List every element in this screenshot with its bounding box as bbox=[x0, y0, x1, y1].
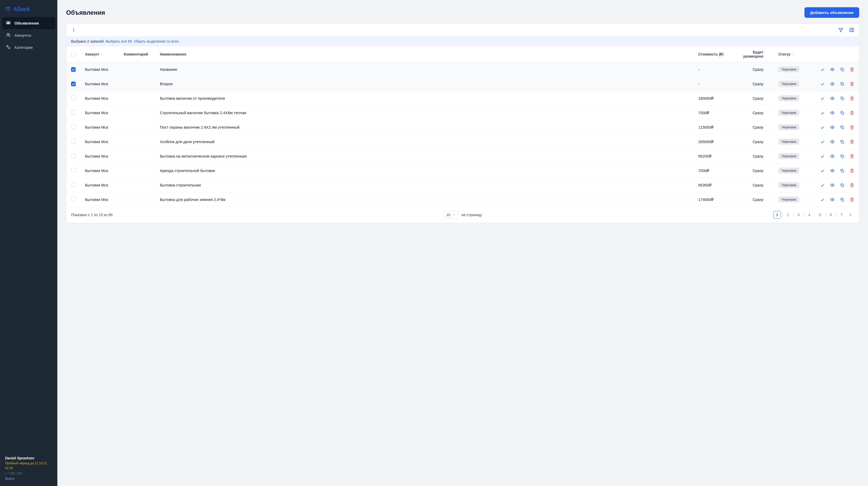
page-size-select[interactable]: 10 bbox=[443, 211, 459, 219]
row-checkbox[interactable] bbox=[71, 96, 76, 100]
header-name[interactable]: Наименование bbox=[155, 46, 693, 62]
copy-button[interactable] bbox=[840, 96, 844, 101]
view-button[interactable] bbox=[830, 96, 835, 101]
row-checkbox[interactable] bbox=[71, 197, 76, 201]
approve-button[interactable] bbox=[820, 197, 825, 202]
view-button[interactable] bbox=[830, 110, 835, 115]
copy-button[interactable] bbox=[840, 154, 844, 159]
view-button[interactable] bbox=[830, 154, 835, 159]
delete-button[interactable] bbox=[850, 110, 854, 115]
cell-comment bbox=[119, 163, 155, 178]
filter-button[interactable] bbox=[838, 27, 843, 33]
header-status[interactable]: Статус bbox=[778, 52, 795, 56]
row-checkbox[interactable] bbox=[71, 168, 76, 172]
cell-account: Бытовки Мск bbox=[80, 149, 119, 163]
approve-button[interactable] bbox=[820, 82, 825, 86]
view-button[interactable] bbox=[830, 168, 835, 173]
header-price[interactable]: Стоимость (₽) bbox=[693, 46, 733, 62]
delete-button[interactable] bbox=[850, 139, 854, 144]
copy-button[interactable] bbox=[840, 197, 844, 202]
row-checkbox[interactable] bbox=[71, 153, 76, 158]
copy-button[interactable] bbox=[840, 168, 844, 173]
copy-button[interactable] bbox=[840, 67, 844, 72]
view-button[interactable] bbox=[830, 67, 835, 72]
view-button[interactable] bbox=[830, 125, 835, 130]
page-7[interactable]: 7 bbox=[838, 211, 845, 219]
select-all-checkbox[interactable] bbox=[71, 52, 76, 56]
row-checkbox[interactable] bbox=[71, 182, 76, 187]
add-ad-button[interactable]: Добавить объявление bbox=[804, 7, 859, 18]
cell-placed: Сразу bbox=[733, 192, 774, 207]
more-actions-button[interactable] bbox=[71, 27, 76, 33]
cell-price: 65200₽ bbox=[693, 149, 733, 163]
svg-rect-16 bbox=[842, 83, 844, 85]
row-checkbox[interactable] bbox=[71, 139, 76, 143]
row-checkbox[interactable] bbox=[71, 67, 76, 72]
ads-table: Аккаунт Комментарий Наименование Стоимос… bbox=[66, 46, 859, 207]
page-1[interactable]: 1 bbox=[773, 211, 781, 219]
header-placed[interactable]: Будет размещено bbox=[733, 46, 774, 62]
header-comment[interactable]: Комментарий bbox=[119, 46, 155, 62]
svg-point-4 bbox=[8, 34, 9, 35]
copy-button[interactable] bbox=[840, 183, 844, 188]
view-button[interactable] bbox=[830, 139, 835, 144]
svg-rect-20 bbox=[842, 112, 844, 114]
page-6[interactable]: 6 bbox=[827, 211, 835, 219]
columns-button[interactable] bbox=[849, 27, 854, 33]
deselect-all-link[interactable]: Убрать выделение со всех. bbox=[133, 39, 180, 43]
approve-button[interactable] bbox=[820, 168, 825, 173]
view-button[interactable] bbox=[830, 82, 835, 86]
svg-point-21 bbox=[832, 127, 833, 128]
copy-button[interactable] bbox=[840, 82, 844, 86]
cell-placed: Сразу bbox=[733, 163, 774, 178]
svg-rect-26 bbox=[842, 156, 844, 158]
approve-button[interactable] bbox=[820, 183, 825, 188]
page-2[interactable]: 2 bbox=[784, 211, 792, 219]
cell-comment bbox=[119, 62, 155, 77]
delete-button[interactable] bbox=[850, 154, 854, 159]
usage-counts: 1 / 200 / 500 bbox=[5, 471, 52, 476]
sidebar-item-label: Объявления bbox=[14, 21, 39, 25]
copy-button[interactable] bbox=[840, 139, 844, 144]
delete-button[interactable] bbox=[850, 168, 854, 173]
copy-button[interactable] bbox=[840, 125, 844, 130]
page-5[interactable]: 5 bbox=[816, 211, 824, 219]
approve-button[interactable] bbox=[820, 125, 825, 130]
cell-price: 7000₽ bbox=[693, 163, 733, 178]
cell-price: 7000₽ bbox=[693, 106, 733, 120]
brand[interactable]: ADuck bbox=[0, 0, 57, 17]
header-account[interactable]: Аккаунт bbox=[85, 52, 103, 56]
view-button[interactable] bbox=[830, 183, 835, 188]
approve-button[interactable] bbox=[820, 139, 825, 144]
page-3[interactable]: 3 bbox=[795, 211, 802, 219]
sidebar-item-2[interactable]: Категории bbox=[2, 41, 55, 54]
delete-button[interactable] bbox=[850, 96, 854, 101]
approve-button[interactable] bbox=[820, 110, 825, 115]
copy-button[interactable] bbox=[840, 110, 844, 115]
page-4[interactable]: 4 bbox=[805, 211, 813, 219]
row-checkbox[interactable] bbox=[71, 125, 76, 129]
page-title: Объявления bbox=[66, 9, 105, 16]
cell-account: Бытовки Мск bbox=[80, 163, 119, 178]
approve-button[interactable] bbox=[820, 154, 825, 159]
delete-button[interactable] bbox=[850, 197, 854, 202]
svg-rect-30 bbox=[842, 184, 844, 187]
next-page-button[interactable] bbox=[846, 211, 854, 219]
svg-point-0 bbox=[8, 8, 8, 8]
row-checkbox[interactable] bbox=[71, 110, 76, 115]
sidebar-item-0[interactable]: AdОбъявления bbox=[2, 17, 55, 29]
logout-link[interactable]: Выйти bbox=[5, 477, 14, 481]
delete-button[interactable] bbox=[850, 183, 854, 188]
select-all-link[interactable]: Выбрать всё 69. bbox=[106, 39, 133, 43]
delete-button[interactable] bbox=[850, 67, 854, 72]
approve-button[interactable] bbox=[820, 67, 825, 72]
table-row: Бытовки Мск Аренда строительной бытовки … bbox=[66, 163, 859, 178]
row-checkbox[interactable] bbox=[71, 82, 76, 86]
view-button[interactable] bbox=[830, 197, 835, 202]
table-footer: Показано с 1 по 10 из 69 10 на страницу … bbox=[66, 207, 859, 223]
sidebar-item-1[interactable]: Аккаунты bbox=[2, 29, 55, 41]
cell-price: 65350₽ bbox=[693, 178, 733, 192]
delete-button[interactable] bbox=[850, 82, 854, 86]
delete-button[interactable] bbox=[850, 125, 854, 130]
approve-button[interactable] bbox=[820, 96, 825, 101]
